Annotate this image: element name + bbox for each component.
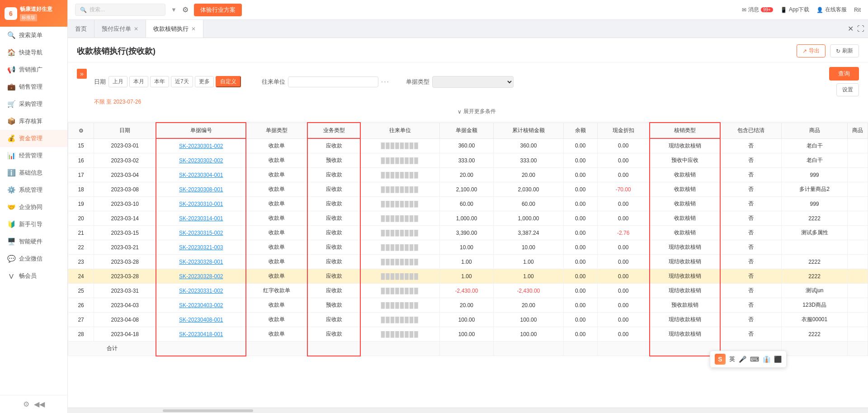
doc-no-link[interactable]: SK-20230403-002 <box>179 302 223 309</box>
sidebar-item-system[interactable]: ⚙️系统管理 <box>0 181 67 199</box>
watermark-grid-icon[interactable]: ⬛ <box>774 356 782 363</box>
cell-verify-type: 收款核销 <box>650 211 720 226</box>
cell-product: 多计量商品2 <box>782 182 848 197</box>
topbar-search[interactable]: 🔍 搜索... <box>75 4 165 16</box>
this-month-btn[interactable]: 本月 <box>129 76 148 87</box>
filter-date-item: 日期 上月 本月 本年 近7天 更多 自定义 <box>94 76 241 87</box>
sidebar-icon-wechat: 💬 <box>7 255 15 263</box>
tab-close-collection[interactable]: ✕ <box>191 26 196 32</box>
doc-no-link[interactable]: SK-20230302-002 <box>179 157 223 164</box>
sidebar-item-guide[interactable]: 🔰新手引导 <box>0 216 67 233</box>
footer-verified <box>494 342 564 356</box>
cell-doc-type: 收款单 <box>246 153 307 168</box>
last-month-btn[interactable]: 上月 <box>108 76 127 87</box>
cell-verify-type: 现结收款核销 <box>650 255 720 269</box>
sidebar-item-member[interactable]: V畅会员 <box>0 267 67 285</box>
doc-no-link[interactable]: SK-20230418-001 <box>179 331 223 337</box>
export-button[interactable]: ↗ 导出 <box>797 44 826 57</box>
col-date: 日期 <box>94 123 156 138</box>
messages-badge: 99+ <box>761 7 773 12</box>
tab-close-prepay[interactable]: ✕ <box>134 26 138 32</box>
sidebar-icon-system: ⚙️ <box>7 186 15 194</box>
horizontal-scrollbar[interactable] <box>68 408 868 413</box>
refresh-button[interactable]: ↻ 刷新 <box>830 44 859 57</box>
col-verified-amount: 累计核销金额 <box>494 123 564 138</box>
doc-no-link[interactable]: SK-20230308-001 <box>179 186 223 193</box>
tab-close-all-icon[interactable]: ✕ <box>848 24 854 33</box>
footer-doc-no <box>156 342 246 356</box>
cell-balance: 0.00 <box>563 284 597 298</box>
app-download-item[interactable]: 📱 App下载 <box>780 6 809 14</box>
filter-settings-button[interactable]: 设置 <box>836 83 859 96</box>
topbar-gear-icon[interactable]: ⚙ <box>182 5 189 14</box>
cell-date: 2023-03-01 <box>94 138 156 153</box>
doctype-filter-select[interactable] <box>432 76 514 88</box>
doc-no-link[interactable]: SK-20230328-002 <box>179 273 223 280</box>
cell-amount: 100.00 <box>439 327 493 342</box>
doc-no-link[interactable]: SK-20230321-003 <box>179 244 223 251</box>
doc-no-link[interactable]: SK-20230331-002 <box>179 288 223 294</box>
sidebar-item-sales[interactable]: 💼销售管理 <box>0 78 67 95</box>
sidebar-item-search[interactable]: 🔍搜索菜单 <box>0 27 67 44</box>
partner-filter-input[interactable] <box>288 76 378 87</box>
sidebar-item-purchase[interactable]: 🛒采购管理 <box>0 95 67 113</box>
col-settings[interactable]: ⚙ <box>68 123 94 138</box>
cell-partner: ████████ <box>360 298 439 313</box>
doc-no-link[interactable]: SK-20230304-001 <box>179 172 223 178</box>
table-row: 24 2023-03-28 SK-20230328-002 收款单 应收款 ██… <box>68 269 868 284</box>
tab-collection[interactable]: 收款核销执行✕ <box>146 20 203 38</box>
cell-date: 2023-03-21 <box>94 240 156 255</box>
cell-verify-type: 收款核销 <box>650 182 720 197</box>
messages-item[interactable]: ✉ 消息 99+ <box>742 6 773 14</box>
watermark-mic-icon[interactable]: 🎤 <box>739 356 746 363</box>
more-date-btn[interactable]: 更多 <box>195 76 214 87</box>
sidebar-item-wechat[interactable]: 💬企业微信 <box>0 250 67 267</box>
scrollbar-thumb[interactable] <box>163 409 253 412</box>
doc-no-link[interactable]: SK-20230314-001 <box>179 215 223 222</box>
settings-bottom-icon[interactable]: ⚙ <box>23 400 29 408</box>
cell-biz-type: 预收款 <box>307 298 360 313</box>
sidebar-item-finance[interactable]: 💰资金管理 <box>0 130 67 147</box>
last-7-days-btn[interactable]: 近7天 <box>171 76 193 87</box>
doc-no-link[interactable]: SK-20230408-001 <box>179 317 223 323</box>
sidebar-item-marketing[interactable]: 📢营销推广 <box>0 61 67 78</box>
sidebar-item-shortcuts[interactable]: 🏠快捷导航 <box>0 44 67 61</box>
collapse-icon[interactable]: ◀◀ <box>34 400 45 408</box>
sidebar-item-hardware[interactable]: 🖥️智能硬件 <box>0 233 67 250</box>
table-row: 17 2023-03-04 SK-20230304-001 收款单 应收款 ██… <box>68 168 868 182</box>
col-partner: 往来单位 <box>360 123 439 138</box>
tab-home[interactable]: 首页 <box>68 20 94 38</box>
custom-date-btn[interactable]: 自定义 <box>216 76 241 87</box>
watermark-keyboard-icon[interactable]: ⌨ <box>750 356 759 363</box>
this-year-btn[interactable]: 本年 <box>150 76 169 87</box>
cell-verified-amount: 3,387.24 <box>494 226 564 240</box>
solution-button[interactable]: 体验行业方案 <box>194 4 242 16</box>
doc-no-link[interactable]: SK-20230315-002 <box>179 230 223 236</box>
doc-no-link[interactable]: SK-20230310-001 <box>179 201 223 207</box>
sidebar-item-basic[interactable]: ℹ️基础信息 <box>0 164 67 181</box>
filter-toggle-button[interactable]: » <box>77 69 87 79</box>
query-button[interactable]: 查询 <box>829 67 859 81</box>
cell-include-settled: 否 <box>720 182 782 197</box>
doc-no-link[interactable]: SK-20230328-001 <box>179 259 223 265</box>
sidebar-item-enterprise[interactable]: 🤝企业协同 <box>0 199 67 216</box>
filter-expand-button[interactable]: ∨ 展开更多条件 <box>94 106 859 117</box>
cell-amount: 60.00 <box>439 197 493 211</box>
table-row: 16 2023-03-02 SK-20230302-002 收款单 预收款 ██… <box>68 153 868 168</box>
cell-include-settled: 否 <box>720 255 782 269</box>
doc-no-link[interactable]: SK-20230301-002 <box>179 143 223 149</box>
cell-partner: ████████ <box>360 211 439 226</box>
tab-prepay[interactable]: 预付应付单✕ <box>94 20 146 38</box>
cell-date: 2023-03-14 <box>94 211 156 226</box>
cell-doc-type: 收款单 <box>246 211 307 226</box>
tab-fullscreen-icon[interactable]: ⛶ <box>857 25 864 33</box>
cell-doc-no: SK-20230304-001 <box>156 168 246 182</box>
tab-label-home: 首页 <box>75 25 87 33</box>
watermark-shirt-icon[interactable]: 👔 <box>763 356 770 363</box>
partner-dots[interactable]: ··· <box>381 78 390 86</box>
cell-date: 2023-03-10 <box>94 197 156 211</box>
topbar-dropdown-arrow[interactable]: ▼ <box>171 6 177 13</box>
sidebar-item-inventory[interactable]: 📦库存核算 <box>0 113 67 130</box>
online-service-item[interactable]: 👤 在线客服 <box>816 6 847 14</box>
sidebar-item-operations[interactable]: 📊经营管理 <box>0 147 67 164</box>
